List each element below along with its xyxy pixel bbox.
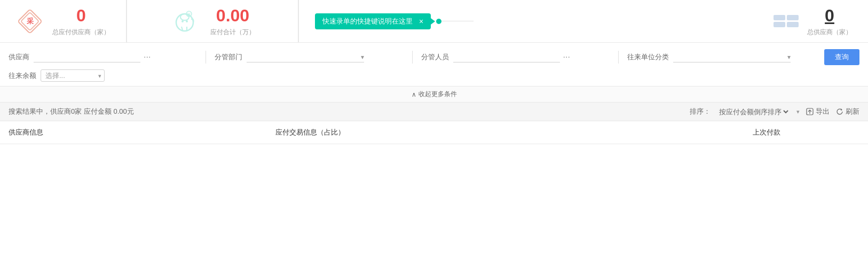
filter-row-2: 往来余额 选择... ▾ [9,69,859,82]
svg-text:采: 采 [27,17,34,25]
tooltip-stat-area: 快速录单的快捷键说明在这里 × 0 总供应商（家） [299,0,868,42]
supplier-label: 供应商 [9,52,29,62]
pig-icon: 米 [170,6,200,36]
department-input[interactable] [247,52,359,62]
stat-payable-total: 米 0.00 应付合计（万） [127,0,298,42]
supplier-filter-group: 供应商 ··· [9,52,197,62]
department-label: 分管部门 [215,52,242,62]
col-transaction-info-header: 应付交易信息（占比） [275,128,753,137]
results-actions: 排序： 按应付会额倒序排序 ▾ 导出 刷新 [690,107,859,116]
total-suppliers-label: 总供应商（家） [807,28,852,37]
balance-label: 往来余额 [9,71,36,81]
payable-total-number: 0.00 [216,5,249,26]
unit-category-filter-group: 往来单位分类 ▾ [627,52,816,62]
col-supplier-info-header: 供应商信息 [9,128,275,137]
svg-point-6 [186,20,188,22]
filter-row-1: 供应商 ··· 分管部门 ▾ 分管人员 ··· 往来单位分类 ▾ [9,49,859,65]
export-icon [806,108,814,115]
supplier-dots[interactable]: ··· [144,52,151,62]
tooltip-line [441,21,474,21]
icon-box-2 [787,15,799,20]
refresh-label: 刷新 [846,107,859,116]
supplier-input[interactable] [34,52,140,62]
stats-bar: 采 0 总应付供应商（家） 米 0.00 应付合计（万） [0,0,868,43]
collapse-bar: ∧ 收起更多条件 [0,87,868,103]
unit-category-label: 往来单位分类 [627,52,669,62]
svg-text:米: 米 [187,12,191,17]
balance-select-wrapper: 选择... ▾ [41,69,105,82]
collapse-chevron-icon: ∧ [412,91,416,98]
department-filter-group: 分管部门 ▾ [215,52,403,62]
person-label: 分管人员 [421,52,449,62]
tooltip-close-btn[interactable]: × [419,17,423,26]
sort-select[interactable]: 按应付会额倒序排序 [717,107,790,116]
unit-category-input[interactable] [673,52,785,62]
refresh-icon [836,108,843,115]
divider-f2 [412,51,413,64]
table-header: 供应商信息 应付交易信息（占比） 上次付款 [0,121,868,144]
stat-payable-suppliers: 采 0 总应付供应商（家） [0,0,127,42]
icon-box-3 [774,22,785,27]
tooltip-text: 快速录单的快捷键说明在这里 [322,17,413,26]
query-button[interactable]: 查询 [824,49,859,65]
payable-total-label: 应付合计（万） [210,28,255,37]
collapse-button[interactable]: ∧ 收起更多条件 [412,90,457,99]
balance-select[interactable]: 选择... [41,69,105,82]
tooltip-dot [436,19,441,24]
empty-content-area [0,144,868,275]
person-filter-group: 分管人员 ··· [421,52,610,62]
svg-point-5 [182,20,184,22]
sort-chevron: ▾ [796,108,800,115]
payable-suppliers-number: 0 [76,5,86,26]
stat-total-suppliers: 0 总供应商（家） [774,5,852,37]
filter-bar: 供应商 ··· 分管部门 ▾ 分管人员 ··· 往来单位分类 ▾ [0,43,868,87]
results-bar: 搜索结果中，供应商0家 应付金额 0.00元 排序： 按应付会额倒序排序 ▾ 导… [0,103,868,121]
person-input[interactable] [453,52,560,62]
icon-box-1 [774,15,785,20]
icon-boxes-group [774,15,799,27]
export-label: 导出 [816,107,830,116]
unit-category-chevron: ▾ [787,53,791,61]
department-chevron: ▾ [361,53,364,61]
collapse-label: 收起更多条件 [419,90,457,99]
refresh-button[interactable]: 刷新 [836,107,859,116]
divider-f1 [206,51,206,64]
col-last-payment-header: 上次付款 [753,128,859,137]
sort-label: 排序： [690,107,711,116]
results-info: 搜索结果中，供应商0家 应付金额 0.00元 [9,107,134,116]
tooltip-bubble: 快速录单的快捷键说明在这里 × [315,13,431,29]
tooltip-area: 快速录单的快捷键说明在这里 × [315,13,774,29]
total-suppliers-stat: 0 总供应商（家） [807,5,852,37]
icon-box-4 [787,22,799,27]
export-button[interactable]: 导出 [806,107,830,116]
svg-marker-11 [841,108,842,111]
total-suppliers-number: 0 [825,5,834,26]
person-dots[interactable]: ··· [563,52,570,62]
payable-suppliers-label: 总应付供应商（家） [52,28,110,37]
divider-f3 [618,51,619,64]
diamond-logo: 采 [16,7,44,35]
